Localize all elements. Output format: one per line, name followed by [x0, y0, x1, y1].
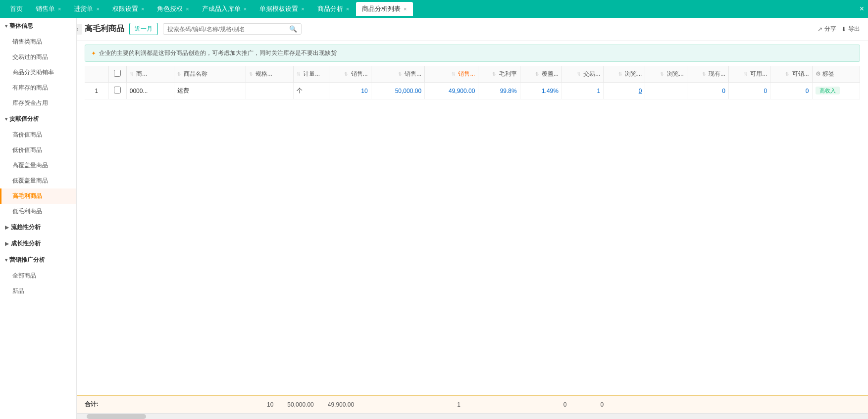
col-header-name[interactable]: ⇅ 商品名称 — [174, 66, 246, 83]
row-index: 1 — [85, 83, 108, 99]
tab-close-sales[interactable]: × — [58, 6, 61, 12]
row-checkbox[interactable] — [114, 87, 121, 93]
row-sellable: 0 — [770, 83, 812, 99]
sidebar-item-high-value[interactable]: 高价值商品 — [0, 127, 76, 142]
sort-icon-sales-amt: ⇅ — [398, 72, 402, 77]
collapse-sidebar-button[interactable]: « — [77, 24, 82, 35]
arrow-icon-marketing: ▾ — [5, 257, 7, 263]
col-header-browse1[interactable]: ⇅ 浏览... — [604, 66, 645, 83]
col-header-spec[interactable]: ⇅ 规格... — [246, 66, 293, 83]
tab-permission[interactable]: 权限设置 × — [106, 2, 150, 16]
row-browse2 — [645, 83, 687, 99]
sort-icon-avail: ⇅ — [744, 72, 748, 77]
content-area: « 高毛利商品 近一月 🔍 ↗ 分享 ⬇ 导出 ✦ 企业的主要的利润都是这部 — [77, 18, 868, 419]
select-all-checkbox[interactable] — [114, 70, 121, 77]
scroll-thumb[interactable] — [87, 414, 146, 419]
arrow-icon-growth: ▶ — [5, 241, 9, 246]
footer-avail: 0 — [601, 401, 604, 408]
tab-sales[interactable]: 销售单 × — [30, 2, 67, 16]
tab-close-template[interactable]: × — [301, 6, 304, 12]
tab-analysis[interactable]: 商品分析 × — [311, 2, 355, 16]
tab-analysis-list[interactable]: 商品分析列表 × — [356, 2, 412, 16]
sort-icon-sales-cost: ⇅ — [452, 72, 456, 77]
sidebar-group-growth[interactable]: ▶ 成长性分析 — [0, 235, 76, 252]
sidebar-item-category-rate[interactable]: 商品分类助销率 — [0, 65, 76, 80]
sidebar-item-all-goods[interactable]: 全部商品 — [0, 268, 76, 283]
header-actions: ↗ 分享 ⬇ 导出 — [817, 25, 860, 33]
tab-product-in[interactable]: 产成品入库单 × — [196, 2, 253, 16]
sort-icon-browse1: ⇅ — [618, 72, 622, 77]
row-coverage: 1.49% — [520, 83, 562, 99]
sidebar-group-contribution[interactable]: ▾ 贡献值分析 — [0, 111, 76, 127]
sidebar-item-high-coverage[interactable]: 高覆盖量商品 — [0, 158, 76, 173]
sort-icon-sales-qty: ⇅ — [344, 72, 348, 77]
row-trade: 1 — [562, 83, 603, 99]
sidebar-item-low-coverage[interactable]: 低覆盖量商品 — [0, 173, 76, 188]
row-spec — [246, 83, 293, 99]
col-header-code[interactable]: ⇅ 商... — [126, 66, 174, 83]
col-header-avail[interactable]: ⇅ 可用... — [729, 66, 770, 83]
col-header-tag[interactable]: ⚙ 标签 — [812, 66, 860, 83]
footer-current: 0 — [563, 401, 567, 408]
window-close-button[interactable]: × — [860, 4, 864, 13]
col-header-sales-amt[interactable]: ⇅ 销售... — [371, 66, 424, 83]
sidebar-item-stock-capital[interactable]: 库存资金占用 — [0, 95, 76, 111]
date-filter-button[interactable]: 近一月 — [129, 23, 158, 35]
row-sales-cost: 49,900.00 — [425, 83, 478, 99]
footer-sales-amt: 50,000.00 — [287, 401, 313, 408]
sort-icon-unit: ⇅ — [297, 72, 301, 77]
sort-icon-margin: ⇅ — [492, 72, 496, 77]
table-footer: 合计: 10 50,000.00 49,900.00 1 0 0 — [77, 395, 868, 413]
col-header-index — [85, 66, 108, 83]
tab-template[interactable]: 单据模板设置 × — [254, 2, 310, 16]
arrow-icon-contribution: ▾ — [5, 116, 7, 122]
row-avail: 0 — [729, 83, 770, 99]
share-icon: ↗ — [817, 26, 822, 33]
sidebar: ▾ 整体信息 销售类商品 交易过的商品 商品分类助销率 有库存的商品 库存资金占… — [0, 18, 77, 419]
tab-close-product-in[interactable]: × — [244, 6, 247, 12]
sidebar-group-flow[interactable]: ▶ 流趋性分析 — [0, 219, 76, 235]
search-icon[interactable]: 🔍 — [289, 25, 297, 33]
tab-home[interactable]: 首页 — [4, 2, 29, 16]
col-header-browse2[interactable]: ⇅ 浏览... — [645, 66, 687, 83]
sort-icon-name: ⇅ — [177, 72, 181, 77]
col-header-coverage[interactable]: ⇅ 覆盖... — [520, 66, 562, 83]
row-checkbox-cell — [108, 83, 126, 99]
sidebar-item-traded-goods[interactable]: 交易过的商品 — [0, 49, 76, 65]
tab-close-analysis-list[interactable]: × — [404, 6, 407, 12]
row-sales-qty: 10 — [329, 83, 371, 99]
settings-icon[interactable]: ⚙ — [816, 70, 821, 77]
tab-close-permission[interactable]: × — [141, 6, 144, 12]
sidebar-item-sales-goods[interactable]: 销售类商品 — [0, 34, 76, 49]
col-header-trade[interactable]: ⇅ 交易... — [562, 66, 603, 83]
row-name: 运费 — [174, 83, 246, 99]
sort-icon-code: ⇅ — [130, 72, 134, 77]
table-row: 1 0000... 运费 个 10 50,000.00 49,900.00 99… — [85, 83, 860, 99]
footer-label: 合计: — [85, 400, 99, 409]
col-header-sellable[interactable]: ⇅ 可销... — [770, 66, 812, 83]
share-button[interactable]: ↗ 分享 — [817, 25, 836, 33]
row-browse1[interactable]: 0 — [604, 83, 645, 99]
sidebar-item-low-margin[interactable]: 低毛利商品 — [0, 204, 76, 219]
sidebar-group-overall[interactable]: ▾ 整体信息 — [0, 18, 76, 34]
col-header-sales-cost[interactable]: ⇅ 销售... — [425, 66, 478, 83]
sidebar-item-instock-goods[interactable]: 有库存的商品 — [0, 80, 76, 95]
search-input[interactable] — [167, 26, 289, 33]
table-header-row: ⇅ 商... ⇅ 商品名称 ⇅ 规格... ⇅ — [85, 66, 860, 83]
col-header-sales-qty[interactable]: ⇅ 销售... — [329, 66, 371, 83]
export-button[interactable]: ⬇ 导出 — [841, 25, 860, 33]
tab-role[interactable]: 角色授权 × — [151, 2, 195, 16]
tab-close-analysis[interactable]: × — [346, 6, 349, 12]
horizontal-scrollbar[interactable] — [77, 413, 868, 419]
sidebar-item-new-goods[interactable]: 新品 — [0, 283, 76, 299]
tab-purchase[interactable]: 进货单 × — [68, 2, 105, 16]
sidebar-group-marketing[interactable]: ▾ 营销推广分析 — [0, 252, 76, 268]
notice-icon: ✦ — [91, 50, 96, 57]
col-header-margin[interactable]: ⇅ 毛利率 — [478, 66, 520, 83]
tab-close-role[interactable]: × — [186, 6, 189, 12]
col-header-unit[interactable]: ⇅ 计量... — [293, 66, 329, 83]
sidebar-item-high-margin[interactable]: 高毛利商品 — [0, 188, 76, 204]
col-header-current[interactable]: ⇅ 现有... — [687, 66, 728, 83]
sidebar-item-low-value[interactable]: 低价值商品 — [0, 142, 76, 158]
tab-close-purchase[interactable]: × — [96, 6, 99, 12]
